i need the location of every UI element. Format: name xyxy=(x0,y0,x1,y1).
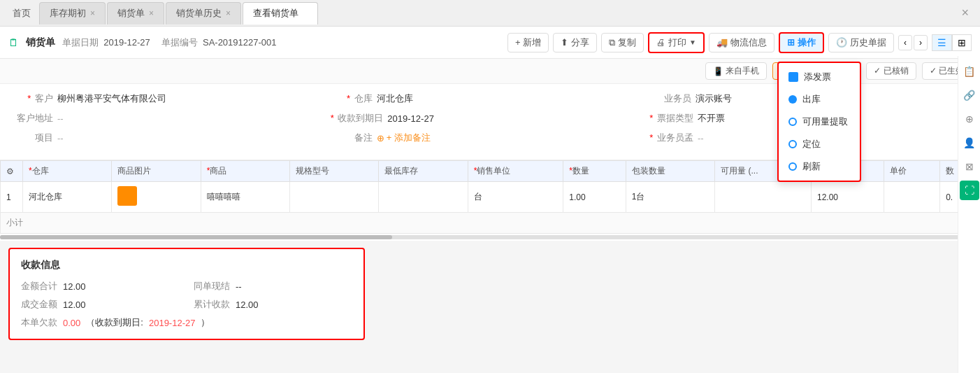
copy-button[interactable]: ⧉ 复制 xyxy=(601,33,644,52)
amount-total-label: 金额合计 xyxy=(21,280,57,293)
dropdown-add-invoice[interactable]: 添发票 xyxy=(779,66,860,88)
cancelled-button[interactable]: ✓ 已核销 xyxy=(866,62,916,80)
toolbar-right: + 新增 ⬆ 分享 ⧉ 复制 🖨 打印 ▼ 🚚 物流信息 ⊞ 操作 🕐 历史单据… xyxy=(507,32,972,53)
row-spec xyxy=(290,182,379,213)
operations-button[interactable]: ⊞ 操作 xyxy=(779,32,824,53)
owed-close: ） xyxy=(201,316,210,329)
locate-label: 定位 xyxy=(802,138,821,150)
share-button[interactable]: ⬆ 分享 xyxy=(553,33,597,52)
dropdown-locate[interactable]: 定位 xyxy=(779,133,860,155)
view-list-button[interactable]: ☰ xyxy=(932,34,952,51)
history-button[interactable]: 🕐 历史单据 xyxy=(828,33,894,52)
tab-view-sales-label: 查看销货单 xyxy=(253,7,298,20)
tab-sales-history-close[interactable]: × xyxy=(226,8,231,18)
ticket-type-label: * 票据类型 xyxy=(649,112,693,125)
ticket-type-value: 不开票 xyxy=(698,112,725,125)
due-date-label: * 收款到期日 xyxy=(331,112,384,125)
subtotal-row: 小计 xyxy=(1,213,980,234)
tab-sales-close[interactable]: × xyxy=(149,8,154,18)
payment-section: 收款信息 金额合计 12.00 同单现结 -- 成交金额 12.00 累计收款 … xyxy=(8,248,365,340)
staff2-label: * 业务员孟 xyxy=(649,132,693,144)
outbound-icon xyxy=(788,95,797,104)
meta-no-label: 单据编号 SA-20191227-001 xyxy=(161,36,277,49)
amount-total-row: 金额合计 12.00 xyxy=(21,280,180,293)
col-settings[interactable]: ⚙ xyxy=(1,161,23,182)
tab-home[interactable]: 首页 xyxy=(6,3,38,24)
toolbar-left: 🗒 销货单 单据日期 2019-12-27 单据编号 SA-20191227-0… xyxy=(8,36,502,49)
warehouse-field: * 仓库 河北仓库 xyxy=(331,92,650,105)
from-phone-button[interactable]: 📱 来自手机 xyxy=(705,62,767,80)
tab-view-sales[interactable]: 查看销货单 × xyxy=(243,2,318,24)
trade-amount-label: 成交金额 xyxy=(21,298,57,311)
col-unit: *销售单位 xyxy=(468,161,563,182)
col-spec: 规格型号 xyxy=(290,161,379,182)
dropdown-outbound[interactable]: 出库 xyxy=(779,88,860,111)
cumulative-value: 12.00 xyxy=(236,300,259,310)
meta-date-label: 单据日期 2019-12-27 xyxy=(62,36,150,49)
available-qty-icon xyxy=(788,118,797,126)
row-product-img xyxy=(112,182,201,213)
col-warehouse: *仓库 xyxy=(23,161,112,182)
horizontal-scrollbar[interactable] xyxy=(0,235,980,239)
outbound-label: 出库 xyxy=(802,93,821,106)
customer-value: 柳州粤港平安气体有限公司 xyxy=(57,92,166,105)
owed-date: 2019-12-27 xyxy=(149,318,196,328)
staff2-value: -- xyxy=(698,133,704,143)
window-close-button[interactable]: × xyxy=(956,6,974,20)
same-order-label: 同单现结 xyxy=(194,280,230,293)
note-field: 备注 ⊕ + 添加备注 xyxy=(331,132,650,144)
cumulative-row: 累计收款 12.00 xyxy=(194,298,352,311)
print-button[interactable]: 🖨 打印 ▼ xyxy=(648,32,705,53)
operations-icon: ⊞ xyxy=(787,37,795,48)
table-row: 1 河北仓库 嘻嘻嘻嘻 台 1.00 1台 12.00 0. xyxy=(1,182,980,213)
owed-row: 本单欠款 0.00 （收款到期日: 2019-12-27 ） xyxy=(21,316,352,329)
sidebar-icon-doc[interactable]: 📋 xyxy=(960,62,979,81)
col-qty: *数量 xyxy=(563,161,626,182)
next-button[interactable]: › xyxy=(914,35,928,50)
operations-dropdown: 添发票 出库 可用量提取 定位 刷新 xyxy=(777,62,861,182)
refresh-icon xyxy=(788,162,797,171)
share-icon: ⬆ xyxy=(561,37,568,48)
dropdown-available-qty[interactable]: 可用量提取 xyxy=(779,111,860,133)
logistics-icon: 🚚 xyxy=(716,37,728,48)
product-image xyxy=(117,186,137,206)
print-dropdown-icon: ▼ xyxy=(689,38,696,46)
row-min-stock xyxy=(379,182,468,213)
tab-sales-history[interactable]: 销货单历史 × xyxy=(166,2,241,24)
customer-field: * 客户 柳州粤港平安气体有限公司 xyxy=(11,92,331,105)
prev-button[interactable]: ‹ xyxy=(898,35,912,50)
sidebar-icon-link[interactable]: 🔗 xyxy=(960,85,979,105)
dropdown-refresh[interactable]: 刷新 xyxy=(779,155,860,178)
sidebar-icon-add[interactable]: ⊕ xyxy=(960,109,979,129)
tab-bar: 首页 库存期初 × 销货单 × 销货单历史 × 查看销货单 × × xyxy=(0,0,980,27)
tab-inventory-close[interactable]: × xyxy=(90,8,95,18)
trade-amount-row: 成交金额 12.00 xyxy=(21,298,180,311)
row-unit: 台 xyxy=(468,182,563,213)
print-icon: 🖨 xyxy=(656,37,665,48)
add-note-button[interactable]: ⊕ + 添加备注 xyxy=(377,132,431,144)
sidebar-icon-user[interactable]: 👤 xyxy=(960,133,979,153)
owed-note: （收款到期日: xyxy=(86,316,143,329)
sidebar-icon-expand[interactable]: ⛶ xyxy=(960,181,979,200)
tab-view-sales-close[interactable]: × xyxy=(303,8,308,18)
tab-inventory[interactable]: 库存期初 × xyxy=(39,2,106,24)
history-icon: 🕐 xyxy=(836,37,847,48)
col-product-img: 商品图片 xyxy=(112,161,201,182)
doc-title: 销货单 xyxy=(26,36,55,49)
warehouse-label: * 仓库 xyxy=(331,92,373,105)
view-grid-button[interactable]: ⊞ xyxy=(952,34,972,51)
logistics-button[interactable]: 🚚 物流信息 xyxy=(709,33,774,52)
owed-label: 本单欠款 xyxy=(21,316,57,329)
trade-amount-value: 12.00 xyxy=(63,300,86,310)
sidebar-icon-grid[interactable]: ⊠ xyxy=(960,157,979,176)
customer-label: * 客户 xyxy=(11,92,53,105)
tab-sales[interactable]: 销货单 × xyxy=(107,2,164,24)
locate-icon xyxy=(788,140,797,148)
row-available xyxy=(715,182,812,213)
due-date-value: 2019-12-27 xyxy=(387,113,434,124)
refresh-label: 刷新 xyxy=(802,160,821,173)
staff-label: 业务员 xyxy=(649,92,691,105)
staff-value: 演示账号 xyxy=(696,92,732,105)
add-icon: ⊕ xyxy=(377,133,384,143)
new-button[interactable]: + 新增 xyxy=(507,33,549,52)
